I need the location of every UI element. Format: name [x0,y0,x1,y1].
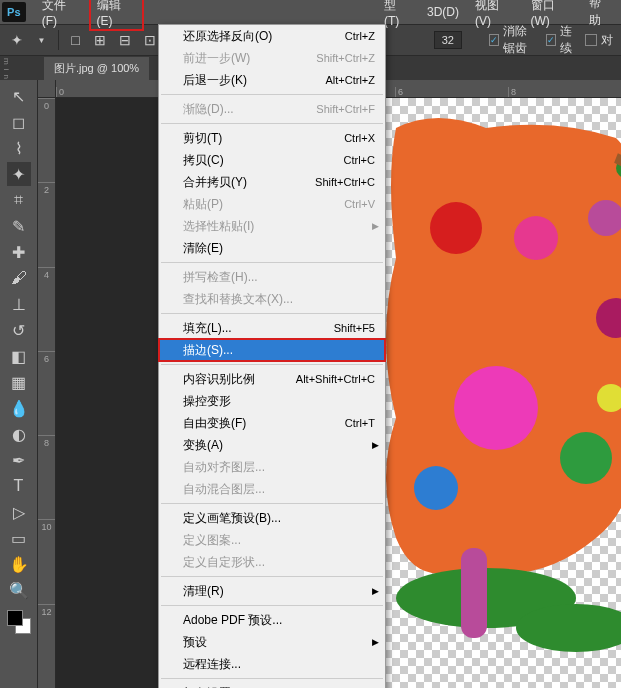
menu-item[interactable]: 还原选择反向(O)Ctrl+Z [159,25,385,47]
menu-item[interactable]: 拷贝(C)Ctrl+C [159,149,385,171]
menu-item: 查找和替换文本(X)... [159,288,385,310]
menu-separator [161,605,383,606]
dodge-tool-icon[interactable]: ◐ [7,422,31,446]
fg-color-swatch[interactable] [7,610,23,626]
magic-wand-tool-icon[interactable]: ✦ [7,162,31,186]
menu-item-label: 渐隐(D)... [183,101,316,118]
menu-item-label: 变换(A) [183,437,375,454]
svg-point-11 [414,466,458,510]
tool-down-icon[interactable]: ▼ [33,29,50,51]
menu-item-label: 前进一步(W) [183,50,316,67]
submenu-arrow-icon: ▶ [372,586,379,596]
antialias-checkbox[interactable]: ✓ 消除锯齿 [489,23,539,57]
current-tool-icon[interactable]: ✦ [8,29,25,51]
menu-item-label: 拼写检查(H)... [183,269,375,286]
menu-item-label: 定义画笔预设(B)... [183,510,375,527]
type-tool-icon[interactable]: T [7,474,31,498]
pen-tool-icon[interactable]: ✒ [7,448,31,472]
menu-item: 渐隐(D)...Shift+Ctrl+F [159,98,385,120]
menu-item[interactable]: 定义画笔预设(B)... [159,507,385,529]
gradient-tool-icon[interactable]: ▦ [7,370,31,394]
menu-edit[interactable]: 编辑(E) [89,0,145,31]
separator [58,30,59,50]
menu-item[interactable]: 填充(L)...Shift+F5 [159,317,385,339]
menu-separator [161,678,383,679]
menu-item[interactable]: 操控变形 [159,390,385,412]
menu-3d[interactable]: 3D(D) [419,2,467,22]
menu-item-label: 自动混合图层... [183,481,375,498]
menu-item-label: 内容识别比例 [183,371,296,388]
menu-item[interactable]: 变换(A)▶ [159,434,385,456]
menu-separator [161,503,383,504]
menu-item[interactable]: 剪切(T)Ctrl+X [159,127,385,149]
sample-checkbox[interactable]: 对 [585,32,613,49]
menu-item-label: Adobe PDF 预设... [183,612,375,629]
svg-point-8 [454,366,538,450]
menu-item-label: 剪切(T) [183,130,344,147]
selection-mode-add-icon[interactable]: ⊞ [92,29,109,51]
svg-point-9 [560,432,612,484]
menu-item[interactable]: 描边(S)... [159,339,385,361]
color-swatches[interactable] [7,610,31,634]
menu-item-shortcut: Shift+Ctrl+F [316,103,375,115]
check-icon: ✓ [546,34,556,46]
menu-item-shortcut: Shift+Ctrl+Z [316,52,375,64]
menu-item-label: 拷贝(C) [183,152,344,169]
eraser-tool-icon[interactable]: ◧ [7,344,31,368]
ps-logo: Ps [2,2,26,22]
blur-tool-icon[interactable]: 💧 [7,396,31,420]
tools-panel: ↖ ◻ ⌇ ✦ ⌗ ✎ ✚ 🖌 ⊥ ↺ ◧ ▦ 💧 ◐ ✒ T ▷ ▭ ✋ 🔍 [0,80,38,688]
antialias-label: 消除锯齿 [503,23,539,57]
menu-help[interactable]: 帮助 [581,0,621,32]
menu-file[interactable]: 文件(F) [34,0,89,31]
menu-separator [161,313,383,314]
menu-item-shortcut: Ctrl+T [345,417,375,429]
contiguous-checkbox[interactable]: ✓ 连续 [546,23,577,57]
selection-mode-subtract-icon[interactable]: ⊟ [117,29,134,51]
menu-separator [161,123,383,124]
menu-item[interactable]: 后退一步(K)Alt+Ctrl+Z [159,69,385,91]
submenu-arrow-icon: ▶ [372,440,379,450]
brush-tool-icon[interactable]: 🖌 [7,266,31,290]
menu-item[interactable]: Adobe PDF 预设... [159,609,385,631]
selection-mode-intersect-icon[interactable]: ⊡ [142,29,159,51]
menu-item[interactable]: 内容识别比例Alt+Shift+Ctrl+C [159,368,385,390]
menu-item: 定义自定形状... [159,551,385,573]
menu-item-shortcut: Shift+F5 [334,322,375,334]
tolerance-input[interactable] [434,31,462,49]
selection-mode-new-icon[interactable]: □ [67,29,84,51]
menu-item[interactable]: 合并拷贝(Y)Shift+Ctrl+C [159,171,385,193]
menu-item[interactable]: 自由变换(F)Ctrl+T [159,412,385,434]
path-select-tool-icon[interactable]: ▷ [7,500,31,524]
eyedropper-tool-icon[interactable]: ✎ [7,214,31,238]
menu-item[interactable]: 远程连接... [159,653,385,675]
hand-tool-icon[interactable]: ✋ [7,552,31,576]
lasso-tool-icon[interactable]: ⌇ [7,136,31,160]
contiguous-label: 连续 [560,23,577,57]
menu-item-label: 清理(R) [183,583,375,600]
stamp-tool-icon[interactable]: ⊥ [7,292,31,316]
menu-item-label: 颜色设置(G)... [183,685,316,689]
menu-separator [161,94,383,95]
menu-item-shortcut: Alt+Ctrl+Z [325,74,375,86]
menu-item-label: 定义图案... [183,532,375,549]
ruler-corner [38,80,56,98]
menu-item-label: 自由变换(F) [183,415,345,432]
menu-item[interactable]: 预设▶ [159,631,385,653]
menu-item: 粘贴(P)Ctrl+V [159,193,385,215]
shape-tool-icon[interactable]: ▭ [7,526,31,550]
crop-tool-icon[interactable]: ⌗ [7,188,31,212]
move-tool-icon[interactable]: ↖ [7,84,31,108]
menu-separator [161,576,383,577]
document-tab[interactable]: 图片.jpg @ 100% [44,57,149,80]
healing-tool-icon[interactable]: ✚ [7,240,31,264]
menu-item: 拼写检查(H)... [159,266,385,288]
zoom-tool-icon[interactable]: 🔍 [7,578,31,602]
menu-item[interactable]: 清除(E) [159,237,385,259]
menu-item[interactable]: 颜色设置(G)...Shift+Ctrl+K [159,682,385,688]
history-brush-tool-icon[interactable]: ↺ [7,318,31,342]
menu-item[interactable]: 清理(R)▶ [159,580,385,602]
menu-item-label: 查找和替换文本(X)... [183,291,375,308]
check-icon: ✓ [489,34,499,46]
marquee-tool-icon[interactable]: ◻ [7,110,31,134]
